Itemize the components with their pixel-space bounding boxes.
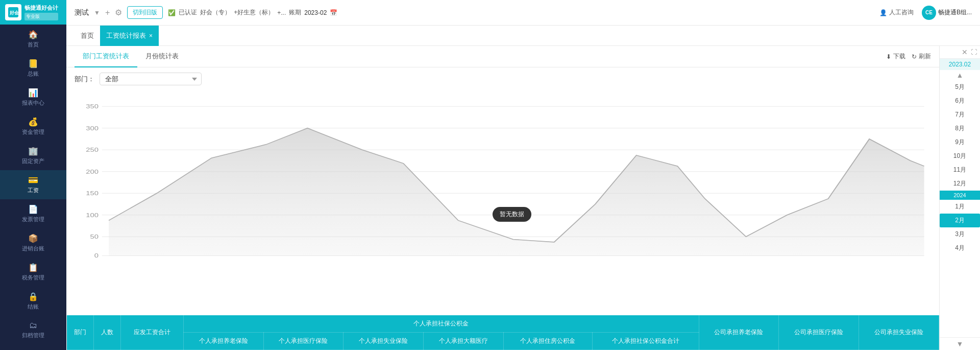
col-dept: 部门 bbox=[67, 315, 94, 350]
sidebar-label-assets: 固定资产 bbox=[22, 157, 44, 165]
sidebar-item-tax[interactable]: 📋 税务管理 bbox=[0, 258, 66, 287]
switch-old-btn[interactable]: 切到旧版 bbox=[127, 6, 163, 19]
main-panel: 部门工资统计表 月份统计表 ⬇ 下载 ↻ 刷新 部门： bbox=[66, 46, 939, 350]
salary-table: 部门 人数 应发工资合计 个人承担社保公积金 公司承担养老保险 公司承担医疗保险… bbox=[66, 315, 939, 350]
panel-close-btn[interactable]: ✕ bbox=[962, 48, 968, 56]
close-period-icon: 🔒 bbox=[28, 292, 38, 301]
panel-close-bar: ✕ ⛶ bbox=[940, 46, 980, 59]
col-personal-major-medical: 个人承担大额医疗 bbox=[424, 333, 504, 350]
assets-icon: 🏢 bbox=[28, 146, 38, 156]
sidebar-label-home: 首页 bbox=[28, 41, 39, 49]
refresh-label: 刷新 bbox=[919, 52, 931, 61]
home-icon: 🏠 bbox=[28, 30, 38, 39]
sidebar-label-reports: 报表中心 bbox=[22, 99, 44, 107]
ledger-icon: 📒 bbox=[28, 59, 38, 68]
month-2023-7[interactable]: 7月 bbox=[940, 108, 980, 122]
sidebar-label-invoice: 发票管理 bbox=[22, 216, 44, 223]
funds-icon: 💰 bbox=[28, 117, 38, 127]
svg-text:350: 350 bbox=[86, 103, 99, 110]
sidebar-item-archive[interactable]: 🗂 归档管理 bbox=[0, 316, 66, 344]
month-2023-6[interactable]: 6月 bbox=[940, 94, 980, 108]
sidebar-label-tax: 税务管理 bbox=[22, 274, 44, 282]
period-label: 账期 bbox=[289, 8, 301, 17]
sidebar-label-funds: 资金管理 bbox=[22, 128, 44, 136]
month-2024-4[interactable]: 4月 bbox=[940, 241, 980, 255]
table-area: 部门 人数 应发工资合计 个人承担社保公积金 公司承担养老保险 公司承担医疗保险… bbox=[66, 315, 939, 350]
svg-text:好会: 好会 bbox=[9, 10, 18, 15]
main-area: 测试 ▼ + ⚙ 切到旧版 ✅ 已认证 好会（专） +好生意（标） +... 账… bbox=[66, 0, 980, 350]
svg-text:0: 0 bbox=[94, 252, 99, 259]
panel-expand-btn[interactable]: ⛶ bbox=[971, 49, 977, 56]
col-group-personal: 个人承担社保公积金 bbox=[183, 315, 699, 333]
nav-up-icon[interactable]: ▲ bbox=[957, 71, 964, 79]
tab-home[interactable]: 首页 bbox=[75, 26, 100, 46]
sidebar-item-funds[interactable]: 💰 资金管理 bbox=[0, 112, 66, 141]
svg-text:100: 100 bbox=[86, 212, 99, 218]
user-avatar-area[interactable]: CE 畅捷通B组... bbox=[922, 6, 972, 20]
sidebar-item-close[interactable]: 🔒 结账 bbox=[0, 287, 66, 316]
month-list: 5月 6月 7月 8月 9月 10月 11月 12月 2024 1月 2月 3月… bbox=[940, 80, 980, 337]
col-personal-unemployment: 个人承担失业保险 bbox=[344, 333, 424, 350]
gear-icon[interactable]: ⚙ bbox=[115, 8, 122, 17]
col-company-pension: 公司承担养老保险 bbox=[699, 315, 779, 350]
month-2023-12[interactable]: 12月 bbox=[940, 177, 980, 191]
col-personal-housing-fund: 个人承担住房公积金 bbox=[503, 333, 592, 350]
sidebar-label-archive: 归档管理 bbox=[22, 332, 44, 339]
sidebar-label-close: 结账 bbox=[28, 303, 39, 311]
month-2023-10[interactable]: 10月 bbox=[940, 149, 980, 163]
tab-payroll-report[interactable]: 工资统计报表 × bbox=[100, 26, 159, 46]
sidebar-label-ledger: 总账 bbox=[28, 70, 39, 78]
month-2023-9[interactable]: 9月 bbox=[940, 135, 980, 149]
sidebar-item-reports[interactable]: 📊 报表中心 bbox=[0, 83, 66, 112]
month-2023-11[interactable]: 11月 bbox=[940, 163, 980, 177]
dropdown-arrow-icon[interactable]: ▼ bbox=[94, 9, 100, 16]
tab-bar: 首页 工资统计报表 × bbox=[66, 26, 980, 46]
dept-filter-label: 部门： bbox=[75, 75, 94, 84]
col-count: 人数 bbox=[94, 315, 121, 350]
col-personal-pension: 个人承担养老保险 bbox=[183, 333, 263, 350]
sidebar-item-assets[interactable]: 🏢 固定资产 bbox=[0, 141, 66, 170]
svg-text:150: 150 bbox=[86, 190, 99, 197]
app-badge: 专业版 bbox=[24, 13, 58, 20]
certified-text: 已认证 bbox=[179, 8, 197, 17]
help-icon: 👤 bbox=[879, 9, 887, 16]
avatar: CE bbox=[922, 6, 936, 20]
tab-close-icon[interactable]: × bbox=[149, 32, 153, 39]
sidebar-item-home[interactable]: 🏠 首页 bbox=[0, 25, 66, 54]
download-label: 下载 bbox=[893, 52, 905, 61]
month-2024-1[interactable]: 1月 bbox=[940, 200, 980, 214]
month-2023-8[interactable]: 8月 bbox=[940, 122, 980, 135]
sidebar-item-settings[interactable]: ⚙ 设置 bbox=[0, 344, 66, 350]
subtab-dept[interactable]: 部门工资统计表 bbox=[75, 46, 137, 67]
refresh-btn[interactable]: ↻ 刷新 bbox=[912, 52, 931, 61]
sidebar-label-payroll: 工资 bbox=[28, 186, 39, 194]
subtab-actions: ⬇ 下载 ↻ 刷新 bbox=[886, 52, 931, 61]
col-total-salary: 应发工资合计 bbox=[121, 315, 183, 350]
download-btn[interactable]: ⬇ 下载 bbox=[886, 52, 905, 61]
month-2024-3[interactable]: 3月 bbox=[940, 227, 980, 241]
col-personal-medical: 个人承担医疗保险 bbox=[263, 333, 344, 350]
calendar-icon[interactable]: 📅 bbox=[330, 9, 337, 16]
month-2023-5[interactable]: 5月 bbox=[940, 80, 980, 94]
current-date-display: 2023.02 bbox=[940, 59, 980, 70]
nav-down-icon[interactable]: ▼ bbox=[957, 340, 964, 348]
help-button[interactable]: 👤 人工咨询 bbox=[879, 8, 914, 17]
user-name: 畅捷通B组... bbox=[938, 8, 972, 17]
period-value: 2023-02 bbox=[304, 9, 327, 16]
svg-text:300: 300 bbox=[86, 125, 99, 131]
sidebar-item-ledger[interactable]: 📒 总账 bbox=[0, 54, 66, 83]
refresh-icon: ↻ bbox=[912, 53, 917, 60]
sidebar: 好会 畅捷通好会计 专业版 🏠 首页 📒 总账 📊 报表中心 💰 资金管理 🏢 … bbox=[0, 0, 66, 350]
month-2024-2[interactable]: 2月 bbox=[940, 214, 980, 227]
panel-nav-down: ▼ bbox=[940, 337, 980, 350]
col-company-unemployment: 公司承担失业保险 bbox=[859, 315, 939, 350]
dept-filter-select[interactable]: 全部 销售部 财务部 技术部 bbox=[100, 73, 202, 85]
sidebar-item-inventory[interactable]: 📦 进销台账 bbox=[0, 228, 66, 258]
filter-bar: 部门： 全部 销售部 财务部 技术部 bbox=[66, 67, 939, 90]
sidebar-item-payroll[interactable]: 💳 工资 bbox=[0, 170, 66, 199]
add-icon[interactable]: + bbox=[105, 8, 110, 17]
sidebar-item-invoice[interactable]: 📄 发票管理 bbox=[0, 199, 66, 228]
plan-text: 好会（专） bbox=[200, 8, 231, 17]
subtab-month[interactable]: 月份统计表 bbox=[137, 46, 187, 67]
plan-extra2: +... bbox=[277, 9, 286, 16]
